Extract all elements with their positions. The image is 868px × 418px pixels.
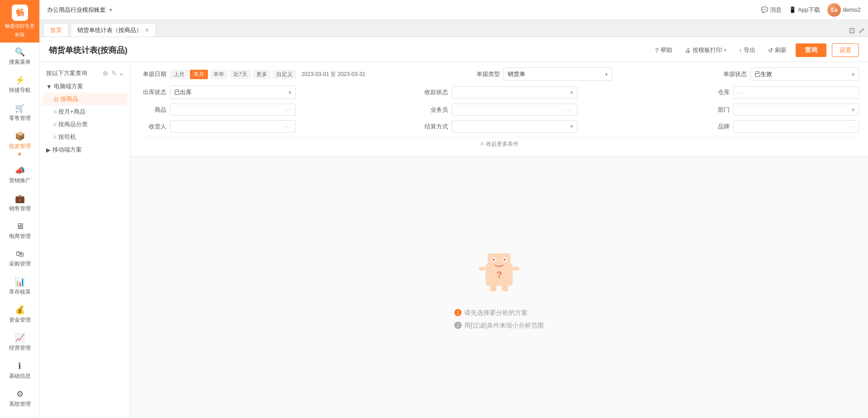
quick-nav-icon: ⚡ [15, 75, 25, 85]
sidebar-item-enterprise[interactable]: 🤝 企业协同 [0, 413, 39, 418]
warehouse-control[interactable]: ··· [733, 86, 859, 99]
tree-group-desktop[interactable]: ▼ 电脑端方案 [42, 80, 127, 93]
out-status-control[interactable]: 已出库 ▾ [170, 86, 296, 99]
app-download-button[interactable]: 📱 App下载 [789, 6, 820, 14]
tree-item-by-goods[interactable]: ⊙ 按商品 [42, 93, 127, 105]
date-tag-custom[interactable]: 自定义 [273, 70, 296, 79]
sidebar-item-ecommerce[interactable]: 🖥 电商管理 [0, 217, 39, 245]
salesperson-control[interactable]: ··· [452, 104, 577, 116]
out-status-dropdown-icon: ▾ [288, 89, 292, 96]
goods-control[interactable]: ··· [170, 104, 296, 116]
date-range-display: 2023-03-01 至 2023-03-31 [302, 71, 365, 78]
topbar-dropdown-icon[interactable]: ▾ [109, 7, 112, 13]
tree-item-by-driver[interactable]: ≡ 按司机 [42, 131, 127, 143]
settlement-label: 结算方式 [421, 123, 448, 131]
sidebar-item-basic-info[interactable]: ℹ 基础信息 [0, 356, 39, 385]
status-dropdown-icon: ▾ [852, 71, 855, 78]
goods-dots: ··· [284, 106, 292, 113]
topbar-right: 💬 消息 📱 App下载 Ea demo2 [761, 3, 861, 17]
sidebar-item-system[interactable]: ⚙ 系统管理 [0, 385, 39, 413]
sidebar-item-marketing[interactable]: 📣 营销推广 [0, 161, 39, 189]
receiver-control[interactable]: ··· [170, 120, 296, 133]
collection-control[interactable]: ▾ [452, 86, 577, 99]
sidebar-item-retail[interactable]: 🛒 零售管理 [0, 99, 39, 127]
collapse-label: ∧ 收起更多条件 [480, 141, 518, 147]
brand-dots: ··· [847, 123, 855, 130]
type-value: 销货单 [508, 70, 525, 78]
tree-item-by-month-goods[interactable]: ≡ 按月+商品 [42, 105, 127, 118]
status-control[interactable]: 已生效 ▾ [750, 67, 859, 81]
edit-scheme-icon[interactable]: ✎ [111, 69, 117, 77]
date-tag-more[interactable]: 更多 [253, 70, 271, 79]
basic-info-icon: ℹ [18, 361, 21, 371]
tree-item-by-category[interactable]: ≡ 按商品分类 [42, 118, 127, 131]
tree-group-mobile[interactable]: ▶ 移动端方案 [42, 143, 127, 156]
receiver-dots: ··· [284, 123, 292, 130]
app-download-icon: 📱 [789, 6, 796, 13]
refresh-icon: ↺ [768, 47, 773, 54]
sales-icon: 💼 [15, 194, 25, 204]
sidebar-item-search[interactable]: 🔍 搜索菜单 [0, 43, 39, 71]
tip-text-2: 用[过滤]条件来缩小分析范围 [464, 319, 544, 332]
date-tag-this-month[interactable]: 本月 [190, 70, 208, 79]
result-area: ? 1 请先选择要分析的方案 2 用[过滤]条件来缩小分析范围 [130, 157, 868, 418]
body-area: 按以下方案查询 ⊕ ✎ « ▼ 电脑端方案 ⊙ 按商品 [40, 62, 868, 418]
collapse-panel-icon[interactable]: « [120, 70, 123, 77]
type-control[interactable]: 销货单 ▾ [504, 67, 612, 81]
empty-tip-1: 1 请先选择要分析的方案 [454, 306, 544, 319]
print-dropdown-icon: ▾ [724, 47, 726, 53]
finance-icon: 💰 [15, 305, 25, 315]
refresh-button[interactable]: ↺ 刷新 [764, 44, 790, 56]
tab-home[interactable]: 首页 [43, 23, 69, 37]
date-tag-last-month[interactable]: 上月 [170, 70, 188, 79]
date-tag-this-year[interactable]: 本年 [210, 70, 228, 79]
tab-close-icon[interactable]: ✕ [145, 27, 149, 33]
help-icon: ? [655, 47, 658, 54]
sidebar-item-sales[interactable]: 💼 销售管理 [0, 189, 39, 217]
svg-rect-1 [488, 253, 510, 266]
driver-icon: ≡ [53, 134, 57, 140]
export-button[interactable]: ↑ 导出 [736, 44, 760, 56]
goods-label: 商品 [139, 106, 166, 114]
page-title-row: 销货单统计表(按商品) ? 帮助 🖨 按模板打印 ▾ ↑ 导出 [49, 43, 859, 62]
empty-illustration: ? [472, 243, 526, 297]
tip-text-1: 请先选择要分析的方案 [464, 306, 528, 319]
panel-header: 按以下方案查询 ⊕ ✎ « [40, 66, 130, 80]
type-label: 单据类型 [473, 70, 500, 78]
sidebar-item-inventory[interactable]: 📊 库存核算 [0, 272, 39, 300]
tab-sales-stats[interactable]: 销货单统计表（按商品） ✕ [71, 23, 156, 37]
purchase-icon: 🛍 [16, 249, 24, 259]
settlement-control[interactable]: ▾ [452, 120, 577, 133]
brand-control[interactable]: ··· [733, 120, 859, 133]
message-button[interactable]: 💬 消息 [761, 6, 782, 14]
collapse-bar[interactable]: ∧ 收起更多条件 [139, 137, 859, 151]
tab-restore-icon[interactable]: ⊡ [849, 26, 855, 35]
template-print-button[interactable]: 🖨 按模板打印 ▾ [681, 44, 730, 56]
collection-dropdown-icon: ▾ [570, 89, 573, 96]
help-button[interactable]: ? 帮助 [651, 44, 675, 56]
ecommerce-icon: 🖥 [16, 222, 24, 231]
svg-rect-6 [479, 267, 486, 271]
svg-point-3 [493, 259, 495, 261]
settings-button[interactable]: 设置 [832, 43, 859, 57]
filter-row-2: 出库状态 已出库 ▾ 收款状态 ▾ 仓库 [139, 86, 859, 99]
sidebar-item-quick-nav[interactable]: ⚡ 快捷导航 [0, 71, 39, 99]
department-control[interactable]: ▾ [733, 104, 859, 116]
sidebar-item-finance[interactable]: 💰 资金管理 [0, 300, 39, 328]
home-tab-label: 首页 [50, 26, 62, 34]
date-tag-last-7-days[interactable]: 近7天 [230, 70, 251, 79]
query-button[interactable]: 查询 [796, 43, 826, 57]
page-title: 销货单统计表(按商品) [49, 45, 127, 56]
sidebar-item-purchase[interactable]: 🛍 采购管理 [0, 245, 39, 272]
salesperson-dots: ··· [566, 106, 573, 113]
sidebar: 畅 畅捷信好生意 标版 🔍 搜索菜单 ⚡ 快捷导航 🛒 零售管理 📦 批发管理 … [0, 0, 40, 418]
warehouse-label: 仓库 [703, 88, 730, 96]
sidebar-item-wholesale[interactable]: 📦 批发管理 ▲ [0, 127, 39, 161]
sidebar-item-operations[interactable]: 📈 经营管理 [0, 328, 39, 356]
tab-fullscreen-icon[interactable]: ⤢ [859, 26, 864, 35]
add-scheme-icon[interactable]: ⊕ [103, 69, 108, 77]
retail-icon: 🛒 [15, 103, 25, 113]
logo-area[interactable]: 畅 畅捷信好生意 标版 [0, 0, 39, 43]
month-goods-icon: ≡ [53, 109, 57, 115]
user-menu[interactable]: Ea demo2 [827, 3, 861, 17]
